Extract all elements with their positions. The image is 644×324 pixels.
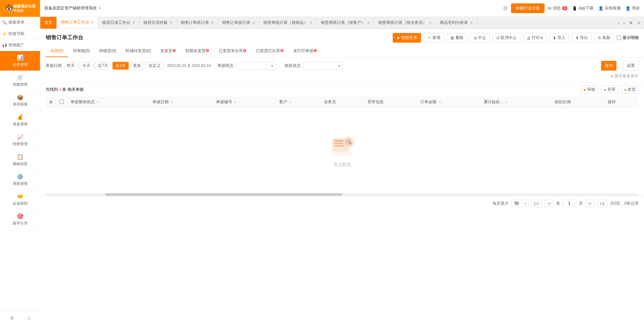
sidebar-item-sales[interactable]: 📊 销售管理: [0, 51, 40, 71]
tab-cash-reconcile[interactable]: 钱货日清对账 ✕: [139, 17, 177, 29]
sidebar-item-guide[interactable]: 🎯 新手引导: [0, 210, 40, 230]
filter-7days-btn[interactable]: 近7天: [95, 62, 111, 70]
tab-sales-stat-salesman-close[interactable]: ✕: [429, 21, 431, 25]
tab-sales-stat-customer-close[interactable]: ✕: [367, 21, 370, 25]
filter-payment-select[interactable]: [303, 62, 343, 70]
subtab-expired-not-shipped[interactable]: 到期未发货❶: [181, 45, 214, 57]
scrollbar-thumb[interactable]: [105, 193, 342, 196]
add-button[interactable]: ＋ 新增: [424, 33, 444, 43]
th-checkbox[interactable]: [56, 96, 67, 108]
sidebar-settings-btn[interactable]: ⚙: [10, 315, 14, 321]
th-amount-sort[interactable]: ⇅: [438, 100, 441, 104]
tab-cash-reconcile-close[interactable]: ✕: [170, 21, 172, 25]
import-button[interactable]: ⬇ 导入: [549, 33, 569, 43]
empty-state-icon: 🔍: [326, 128, 359, 162]
th-date-sort[interactable]: ⇅: [170, 100, 173, 104]
subtab-shipped-not-in[interactable]: 已发货未出库❶: [214, 45, 251, 57]
tab-sales-exec[interactable]: 销售订单执行表 ✕: [218, 17, 259, 29]
page-number-input[interactable]: [563, 200, 576, 207]
sidebar-item-inventory[interactable]: 📦 库存核算: [0, 91, 40, 111]
tab-cash-daily-close[interactable]: ✕: [132, 21, 135, 25]
sidebar-item-enterprise[interactable]: 🤝 企业协同: [0, 190, 40, 210]
filter-1month-btn[interactable]: 近1月: [113, 62, 129, 70]
delete-button[interactable]: 🗑 删除: [447, 33, 467, 43]
show-detail-toggle[interactable]: 显示明细: [617, 35, 639, 41]
sidebar-item-operations[interactable]: 📈 经营管理: [0, 130, 40, 150]
tab-sales-stat[interactable]: 销售订单统计表 ✕: [177, 17, 218, 29]
tab-close-all[interactable]: ✕: [627, 19, 635, 26]
sidebar-item-quick[interactable]: ⚡ 快捷导航: [0, 28, 40, 40]
th-number-sort[interactable]: ⇅: [234, 100, 237, 104]
subtab-shipped-in[interactable]: 已发货已出库❶: [251, 45, 289, 57]
tab-sales-exec-close[interactable]: ✕: [252, 21, 255, 25]
th-status-sort[interactable]: ⇅: [96, 100, 99, 104]
filter-more-btn[interactable]: 更多: [130, 62, 144, 70]
export-button[interactable]: ⬆ 导出: [572, 33, 592, 43]
industry-solution-button[interactable]: 体验行业方案: [511, 3, 545, 13]
filter-expand-button[interactable]: ▾ 展开更多条件: [611, 73, 639, 79]
tab-sales-stat-product-close[interactable]: ✕: [310, 21, 312, 25]
ship-button[interactable]: ● 发货: [621, 85, 639, 94]
select-all-checkbox[interactable]: [59, 99, 64, 104]
sidebar-collapse-btn[interactable]: ◁: [27, 315, 30, 321]
tab-sales-stat-salesman[interactable]: 销货单统计表（按业务员） ✕: [374, 17, 436, 29]
tab-nav-next[interactable]: ›: [621, 19, 627, 26]
subtab-not-shipped[interactable]: 未发货❶: [156, 45, 181, 57]
horizontal-scrollbar[interactable]: [46, 193, 639, 196]
sidebar-item-purchase[interactable]: 🛒 采购管理: [0, 71, 40, 91]
abandon-button[interactable]: ● 弃审: [601, 85, 618, 94]
first-page-btn[interactable]: |◁: [531, 200, 541, 207]
tab-sales-workbench[interactable]: 销售订单工作台 ✕: [57, 17, 98, 29]
subtab-pending-inspect[interactable]: 待拣货(0): [94, 45, 121, 57]
user-menu-btn[interactable]: 👤 用友: [626, 5, 640, 11]
tab-product-margin[interactable]: 商品毛利分析表 ✕: [436, 17, 477, 29]
sidebar-item-system[interactable]: ⚙️ 系统管理: [0, 170, 40, 190]
show-detail-checkbox[interactable]: [617, 36, 621, 40]
topbar-settings-icon[interactable]: ⚙: [503, 5, 508, 11]
th-customer-sort[interactable]: ⇅: [289, 100, 292, 104]
prev-page-btn[interactable]: ◁: [544, 200, 553, 207]
filter-custom-btn[interactable]: 自定义: [145, 62, 164, 70]
th-received-sort[interactable]: ⇅: [505, 100, 508, 104]
tab-nav-prev[interactable]: ‹: [616, 19, 621, 26]
subtab-wangpu-pending[interactable]: 旺铺待发货(0): [121, 45, 156, 57]
tab-sales-workbench-close[interactable]: ✕: [91, 21, 94, 24]
subtab-not-printed[interactable]: 未打印单据❶: [289, 45, 322, 57]
filter-yesterday-btn[interactable]: 昨天: [64, 62, 78, 70]
sidebar-item-finance[interactable]: 💰 资金管理: [0, 111, 40, 130]
topbar-dropdown-btn[interactable]: ▾: [99, 6, 101, 10]
review-button[interactable]: ● 审核: [581, 85, 598, 94]
tab-sales-stat-customer[interactable]: 销货单统计表（按客户） ✕: [317, 17, 374, 29]
last-page-btn[interactable]: ▷|: [597, 200, 607, 207]
message-btn[interactable]: ✉ 消息 6: [548, 5, 567, 11]
filter-today-btn[interactable]: 今天: [79, 62, 93, 70]
print-dropdown-icon[interactable]: ▾: [541, 36, 543, 40]
page-label: 第: [556, 201, 560, 206]
tab-sales-stat-close[interactable]: ✕: [211, 21, 214, 25]
refresh-button[interactable]: ↻ 刷新: [594, 33, 614, 43]
tab-sales-stat-product[interactable]: 销货单统计表（按商品） ✕: [259, 17, 317, 29]
subtab-pending-review[interactable]: 待审核(0): [68, 45, 95, 57]
app-download-btn[interactable]: 📱 App下载: [572, 5, 594, 11]
sidebar-item-search[interactable]: 🔍 搜索菜单: [0, 17, 40, 28]
sidebar-item-basic[interactable]: 📋 基础信息: [0, 150, 40, 170]
query-button[interactable]: 查询: [601, 61, 616, 71]
smart-create-button[interactable]: ★ 智能生单: [393, 33, 421, 43]
delete-label: 删除: [456, 35, 464, 41]
print-button[interactable]: 🖨 打印 ▾: [523, 33, 547, 43]
filter-settings-button[interactable]: 设置: [623, 61, 639, 71]
tab-maximize[interactable]: ⤢: [635, 19, 643, 26]
sidebar-item-marketing[interactable]: 📢 营销推广: [0, 40, 40, 51]
online-service-btn[interactable]: 👤 在线客服: [598, 5, 621, 11]
filter-status-select[interactable]: [235, 62, 276, 70]
stop-button[interactable]: ⊘ 中止: [470, 33, 490, 43]
tab-cash-daily[interactable]: 钱货日清工作台 ✕: [98, 17, 139, 29]
next-page-btn[interactable]: ▷: [586, 200, 595, 207]
cancel-stop-button[interactable]: ↺ 取消中止: [492, 33, 520, 43]
tab-home[interactable]: 首页: [40, 17, 57, 29]
tab-product-margin-close[interactable]: ✕: [470, 21, 473, 25]
page-size-select[interactable]: 20 50 100: [511, 200, 528, 207]
subtab-all[interactable]: 全部(0): [46, 45, 68, 57]
th-settings[interactable]: ⚙: [46, 96, 56, 108]
online-service-label: 在线客服: [605, 5, 621, 11]
